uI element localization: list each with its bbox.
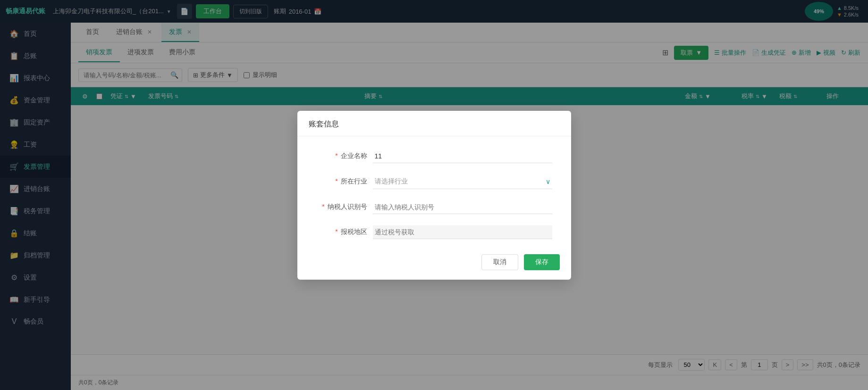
industry-row: * 所在行业 请选择行业 ∨ — [316, 174, 552, 189]
dialog-title: 账套信息 — [297, 111, 571, 136]
tax-region-input — [373, 225, 552, 239]
dialog-footer: 取消 保存 — [297, 249, 571, 280]
industry-placeholder: 请选择行业 — [375, 177, 408, 186]
industry-label: * 所在行业 — [316, 177, 373, 186]
dialog-body: * 企业名称 * 所在行业 请选择行业 ∨ * — [297, 136, 571, 249]
tax-region-label: * 报税地区 — [316, 228, 373, 236]
tax-id-label: * 纳税人识别号 — [316, 203, 373, 211]
industry-select[interactable]: 请选择行业 ∨ — [373, 174, 552, 189]
required-star: * — [322, 203, 324, 210]
save-button[interactable]: 保存 — [524, 254, 560, 270]
company-name-row: * 企业名称 — [316, 149, 552, 163]
required-star: * — [335, 177, 337, 185]
dialog-overlay[interactable]: 账套信息 * 企业名称 * 所在行业 请选择行业 ∨ — [0, 0, 868, 390]
tax-region-row: * 报税地区 — [316, 225, 552, 239]
account-info-dialog: 账套信息 * 企业名称 * 所在行业 请选择行业 ∨ — [297, 111, 571, 280]
cancel-button[interactable]: 取消 — [481, 254, 518, 270]
required-star: * — [335, 228, 337, 235]
tax-id-row: * 纳税人识别号 — [316, 200, 552, 214]
industry-chevron-icon: ∨ — [546, 178, 550, 185]
company-name-label: * 企业名称 — [316, 152, 373, 160]
company-name-input[interactable] — [373, 149, 552, 163]
required-star: * — [335, 152, 337, 159]
tax-id-input[interactable] — [373, 200, 552, 214]
